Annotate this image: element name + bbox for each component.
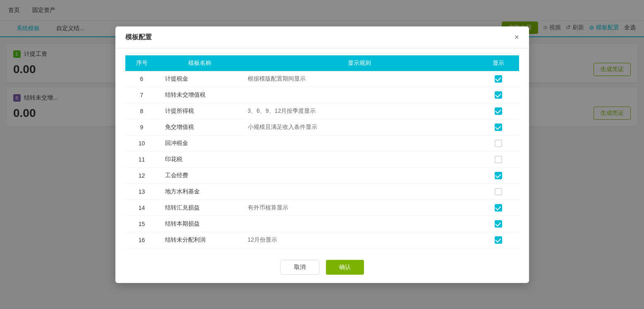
row-name: 印花税 bbox=[158, 151, 241, 167]
table-row: 11印花税 bbox=[125, 151, 519, 167]
row-checkbox-cell bbox=[478, 183, 519, 200]
row-index: 12 bbox=[125, 167, 158, 183]
row-index: 16 bbox=[125, 232, 158, 248]
table-row: 6计提税金根据模版配置期间显示 bbox=[125, 71, 519, 87]
col-header-display: 显示 bbox=[478, 55, 519, 71]
table-row: 12工会经费 bbox=[125, 167, 519, 183]
modal-overlay: 模板配置 × 序号 模板名称 显示规则 显示 6计提税金根据模版配置期间显 bbox=[0, 0, 644, 309]
dialog-footer: 取消 确认 bbox=[115, 255, 529, 283]
row-index: 9 bbox=[125, 119, 158, 135]
table-row: 8计提所得税3、6、9、12月按季度显示 bbox=[125, 103, 519, 119]
table-row: 16结转未分配利润12月份显示 bbox=[125, 232, 519, 248]
row-index: 14 bbox=[125, 200, 158, 216]
row-checkbox-cell bbox=[478, 135, 519, 151]
confirm-button[interactable]: 确认 bbox=[326, 260, 364, 275]
table-row: 13地方水利基金 bbox=[125, 183, 519, 200]
close-dialog-button[interactable]: × bbox=[515, 33, 519, 41]
checkbox-10[interactable] bbox=[495, 140, 502, 147]
row-rule bbox=[241, 183, 478, 200]
row-index: 11 bbox=[125, 151, 158, 167]
row-name: 结转汇兑损益 bbox=[158, 200, 241, 216]
table-row: 10回冲税金 bbox=[125, 135, 519, 151]
table-row: 15结转本期损益 bbox=[125, 216, 519, 232]
table-row: 14结转汇兑损益有外币核算显示 bbox=[125, 200, 519, 216]
row-checkbox-cell bbox=[478, 103, 519, 119]
checkbox-11[interactable] bbox=[495, 156, 502, 163]
dialog-title: 模板配置 bbox=[125, 33, 152, 42]
checkbox-12[interactable] bbox=[495, 172, 502, 179]
row-checkbox-cell bbox=[478, 71, 519, 87]
row-name: 计提税金 bbox=[158, 71, 241, 87]
row-name: 结转未交增值税 bbox=[158, 87, 241, 103]
row-rule: 3、6、9、12月按季度显示 bbox=[241, 103, 478, 119]
row-name: 结转未分配利润 bbox=[158, 232, 241, 248]
row-rule bbox=[241, 216, 478, 232]
row-rule bbox=[241, 151, 478, 167]
col-header-name: 模板名称 bbox=[158, 55, 241, 71]
row-rule: 根据模版配置期间显示 bbox=[241, 71, 478, 87]
checkbox-9[interactable] bbox=[495, 124, 502, 131]
checkbox-8[interactable] bbox=[495, 107, 502, 115]
row-name: 地方水利基金 bbox=[158, 183, 241, 200]
row-index: 7 bbox=[125, 87, 158, 103]
row-checkbox-cell bbox=[478, 232, 519, 248]
checkbox-7[interactable] bbox=[495, 91, 502, 99]
checkbox-6[interactable] bbox=[495, 75, 502, 83]
dialog-body: 序号 模板名称 显示规则 显示 6计提税金根据模版配置期间显示7结转未交增值税8… bbox=[115, 49, 529, 255]
row-rule bbox=[241, 87, 478, 103]
table-header: 序号 模板名称 显示规则 显示 bbox=[125, 55, 519, 71]
row-rule bbox=[241, 135, 478, 151]
row-rule: 小规模且满足收入条件显示 bbox=[241, 119, 478, 135]
row-checkbox-cell bbox=[478, 200, 519, 216]
row-name: 工会经费 bbox=[158, 167, 241, 183]
table-row: 9免交增值税小规模且满足收入条件显示 bbox=[125, 119, 519, 135]
row-name: 免交增值税 bbox=[158, 119, 241, 135]
row-index: 15 bbox=[125, 216, 158, 232]
row-rule: 12月份显示 bbox=[241, 232, 478, 248]
checkbox-14[interactable] bbox=[495, 204, 502, 212]
row-name: 回冲税金 bbox=[158, 135, 241, 151]
checkbox-15[interactable] bbox=[495, 220, 502, 228]
dialog-header: 模板配置 × bbox=[115, 26, 529, 49]
row-name: 结转本期损益 bbox=[158, 216, 241, 232]
row-index: 13 bbox=[125, 183, 158, 200]
checkbox-16[interactable] bbox=[495, 236, 502, 244]
row-name: 计提所得税 bbox=[158, 103, 241, 119]
col-header-rule: 显示规则 bbox=[241, 55, 478, 71]
config-table: 序号 模板名称 显示规则 显示 6计提税金根据模版配置期间显示7结转未交增值税8… bbox=[125, 55, 519, 248]
col-header-index: 序号 bbox=[125, 55, 158, 71]
row-checkbox-cell bbox=[478, 87, 519, 103]
row-rule bbox=[241, 167, 478, 183]
row-checkbox-cell bbox=[478, 119, 519, 135]
table-body: 6计提税金根据模版配置期间显示7结转未交增值税8计提所得税3、6、9、12月按季… bbox=[125, 71, 519, 248]
cancel-button[interactable]: 取消 bbox=[280, 260, 319, 275]
checkbox-13[interactable] bbox=[495, 188, 502, 195]
table-scroll-container[interactable]: 序号 模板名称 显示规则 显示 6计提税金根据模版配置期间显示7结转未交增值税8… bbox=[125, 49, 519, 248]
template-config-dialog: 模板配置 × 序号 模板名称 显示规则 显示 6计提税金根据模版配置期间显 bbox=[115, 26, 529, 283]
row-checkbox-cell bbox=[478, 151, 519, 167]
row-checkbox-cell bbox=[478, 167, 519, 183]
row-index: 6 bbox=[125, 71, 158, 87]
row-index: 8 bbox=[125, 103, 158, 119]
row-rule: 有外币核算显示 bbox=[241, 200, 478, 216]
table-row: 7结转未交增值税 bbox=[125, 87, 519, 103]
row-checkbox-cell bbox=[478, 216, 519, 232]
row-index: 10 bbox=[125, 135, 158, 151]
